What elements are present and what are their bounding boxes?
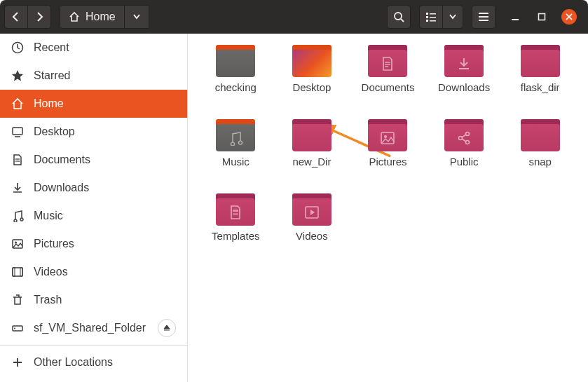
view-list-button[interactable]	[419, 5, 443, 29]
search-button[interactable]	[387, 5, 411, 29]
folder-icon	[216, 193, 255, 226]
svg-rect-20	[13, 268, 22, 276]
folder-icon	[368, 119, 407, 151]
sidebar-item-pictures[interactable]: Pictures	[0, 230, 187, 258]
file-label: Videos	[296, 230, 328, 242]
folder-icon	[292, 45, 331, 77]
svg-rect-10	[479, 20, 488, 21]
sidebar-item-recent[interactable]: Recent	[0, 34, 187, 62]
nav-forward-button[interactable]	[27, 5, 51, 29]
sidebar-item-shared-folder[interactable]: sf_VM_Shared_Folder	[0, 314, 187, 342]
sidebar: Recent Starred Home Desktop Documents Do…	[0, 34, 188, 382]
file-label: Templates	[212, 230, 259, 242]
sidebar-item-home[interactable]: Home	[0, 90, 187, 118]
home-icon	[11, 97, 24, 110]
sidebar-separator	[0, 345, 187, 346]
folder-icon	[292, 193, 331, 226]
sidebar-item-downloads[interactable]: Downloads	[0, 174, 187, 202]
file-item[interactable]: Pictures	[353, 118, 423, 188]
window-maximize-button[interactable]	[535, 10, 549, 24]
file-label: Downloads	[438, 81, 490, 93]
window-minimize-button[interactable]	[508, 10, 522, 24]
svg-point-24	[14, 328, 15, 329]
chevron-down-icon	[449, 14, 456, 20]
view-dropdown-button[interactable]	[442, 5, 463, 29]
file-item[interactable]: Videos	[277, 192, 348, 262]
svg-point-19	[15, 242, 17, 244]
window-close-button[interactable]	[561, 9, 577, 25]
svg-rect-9	[479, 16, 488, 18]
file-label: Pictures	[369, 156, 406, 168]
file-item[interactable]: Music	[200, 118, 271, 188]
svg-rect-8	[479, 13, 488, 14]
chevron-down-icon	[133, 14, 140, 20]
sidebar-item-other-locations[interactable]: Other Locations	[0, 348, 187, 376]
svg-line-1	[401, 19, 404, 22]
file-item[interactable]: Downloads	[429, 43, 500, 114]
svg-rect-21	[13, 268, 15, 276]
sidebar-item-label: Recent	[34, 41, 69, 54]
list-icon	[425, 12, 437, 22]
svg-rect-5	[430, 17, 436, 18]
svg-rect-36	[233, 210, 238, 212]
file-label: Public	[450, 156, 479, 168]
sidebar-item-label: Starred	[34, 69, 70, 82]
sidebar-item-trash[interactable]: Trash	[0, 286, 187, 314]
sidebar-item-label: Desktop	[34, 125, 75, 138]
path-home-button[interactable]: Home	[60, 5, 125, 29]
sidebar-item-documents[interactable]: Documents	[0, 146, 187, 174]
svg-rect-12	[539, 14, 545, 20]
file-item[interactable]: Documents	[353, 43, 423, 114]
path-dropdown-button[interactable]	[124, 5, 149, 29]
sidebar-item-label: Videos	[34, 266, 68, 278]
folder-icon	[216, 45, 255, 77]
video-icon	[11, 266, 24, 278]
clock-icon	[11, 41, 24, 54]
file-item[interactable]: snap	[505, 118, 575, 188]
nav-back-button[interactable]	[4, 5, 28, 29]
minimize-icon	[510, 12, 520, 22]
sidebar-item-starred[interactable]: Starred	[0, 62, 187, 90]
trash-icon	[11, 294, 24, 306]
sidebar-item-desktop[interactable]: Desktop	[0, 118, 187, 146]
titlebar: Home	[0, 0, 588, 34]
file-item[interactable]: Templates	[200, 192, 271, 262]
folder-icon	[444, 45, 484, 77]
file-label: Music	[222, 156, 249, 168]
eject-button[interactable]	[158, 319, 176, 337]
file-grid: checkingDesktopDocumentsDownloadsflask_d…	[188, 34, 588, 382]
file-label: flask_dir	[521, 81, 560, 93]
file-item[interactable]: new_Dir	[277, 118, 348, 188]
sidebar-item-label: Documents	[34, 154, 90, 166]
file-label: Desktop	[292, 81, 331, 93]
svg-rect-37	[233, 213, 238, 215]
music-icon	[11, 210, 24, 222]
sidebar-item-label: Downloads	[34, 182, 89, 194]
star-icon	[11, 69, 24, 82]
maximize-icon	[538, 13, 546, 21]
folder-icon	[521, 45, 560, 77]
svg-line-34	[462, 135, 466, 137]
folder-icon	[292, 119, 331, 151]
drive-icon	[11, 322, 24, 334]
file-item[interactable]: Public	[429, 118, 500, 188]
eject-icon	[163, 324, 171, 332]
file-label: snap	[528, 156, 552, 168]
sidebar-item-videos[interactable]: Videos	[0, 258, 187, 286]
desktop-icon	[11, 125, 24, 138]
close-icon	[566, 13, 573, 20]
hamburger-menu-button[interactable]	[472, 5, 495, 29]
svg-rect-14	[13, 128, 22, 135]
file-item[interactable]: checking	[200, 43, 271, 114]
plus-icon	[11, 356, 24, 369]
file-item[interactable]: flask_dir	[505, 43, 575, 114]
folder-icon	[368, 45, 407, 77]
sidebar-item-label: sf_VM_Shared_Folder	[34, 322, 146, 334]
svg-rect-4	[426, 16, 428, 18]
svg-point-0	[395, 13, 402, 20]
sidebar-item-music[interactable]: Music	[0, 202, 187, 230]
download-icon	[11, 182, 24, 194]
file-item[interactable]: Desktop	[277, 43, 348, 114]
sidebar-item-label: Trash	[34, 294, 62, 306]
pathbar: Home	[60, 5, 149, 29]
